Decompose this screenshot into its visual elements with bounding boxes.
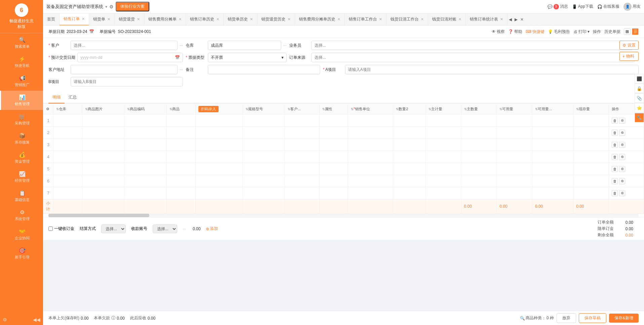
sidebar-item-搜索菜单[interactable]: 🔍搜索菜单 [0, 33, 43, 52]
curr-owing-info-icon[interactable]: ⓘ [111, 315, 115, 321]
form-detail-tab[interactable]: 汇总 [65, 92, 81, 104]
tab-item[interactable]: 销货单历史✕ [224, 13, 257, 26]
invoice-select[interactable]: 不开票 ▾ [208, 53, 287, 62]
tab-item[interactable]: 销售订单工作台✕ [345, 13, 386, 26]
settle-dots-icon[interactable]: ··· [183, 227, 186, 231]
scan-button[interactable]: 扫码录入 [198, 106, 219, 112]
sidebar-item-库存核算[interactable]: 📦库存核算 [0, 129, 43, 148]
calendar-icon[interactable]: 📅 [89, 29, 94, 34]
col-sort-icon[interactable]: ⇅ [428, 107, 431, 111]
tab-close-icon[interactable]: ✕ [137, 17, 140, 22]
tab-close-icon[interactable]: ✕ [82, 17, 85, 21]
salesperson-input[interactable] [311, 41, 633, 50]
tab-close-icon[interactable]: ✕ [500, 17, 503, 22]
sidebar-item-采购管理[interactable]: 🛒采购管理 [0, 110, 43, 129]
sidebar-item-营销推广[interactable]: 📢营销推广 [0, 72, 43, 91]
dropdown-arrow-icon[interactable]: ▾ [105, 4, 107, 9]
history-action[interactable]: 历史单据 [604, 29, 620, 35]
horizontal-scrollbar[interactable] [48, 214, 639, 217]
print-action[interactable]: 🖨 打印 ▾ [573, 29, 590, 35]
sidebar-item-经营管理[interactable]: 📈经营管理 [0, 167, 43, 187]
view-action[interactable]: 👁 视察 [492, 29, 505, 35]
copy-row-button[interactable]: ⊕ [619, 130, 625, 136]
tab-close-icon[interactable]: ✕ [288, 17, 291, 22]
tabs-next-icon[interactable]: ▶ [513, 17, 519, 22]
col-sort-icon[interactable]: ⇅ [535, 107, 538, 111]
tabs-prev-icon[interactable]: ◀ [507, 17, 513, 22]
tabs-close-all-icon[interactable]: ✕ [519, 17, 525, 22]
message-button[interactable]: 💬 9 消息 [547, 4, 568, 9]
tab-close-icon[interactable]: ✕ [250, 17, 253, 22]
scrollbar-thumb[interactable] [48, 214, 149, 217]
delete-row-button[interactable]: 🗑 [612, 130, 618, 136]
right-panel-btn-3[interactable]: 📎 [635, 93, 644, 103]
col-sort-icon[interactable]: ⇅ [288, 107, 290, 111]
sidebar-settings-icon[interactable]: ⚙ [3, 317, 7, 322]
copy-row-button[interactable]: ⊕ [619, 190, 625, 196]
col-sort-icon[interactable]: ⇅ [245, 107, 248, 111]
settle-checkbox-input[interactable] [48, 227, 53, 231]
right-panel-btn-4[interactable]: ⭐ [635, 103, 644, 113]
operate-action[interactable]: 操作 [593, 29, 601, 35]
form-detail-tab[interactable]: 明细 [48, 92, 65, 104]
copy-row-button[interactable]: ⊕ [619, 166, 625, 172]
solution-button[interactable]: 体验行业方案 [116, 2, 149, 11]
customer-input[interactable] [71, 41, 178, 50]
tab-item[interactable]: 钱货日清对账✕ [428, 13, 466, 26]
save-new-button[interactable]: 保存&新增 [609, 314, 639, 323]
warehouse-select[interactable]: 成品库 [208, 41, 281, 50]
sidebar-item-企业协同[interactable]: 🤝企业协同 [0, 225, 43, 244]
tab-close-icon[interactable]: ✕ [379, 17, 382, 22]
settings-icon[interactable]: ⚙ [109, 4, 114, 9]
copy-row-button[interactable]: ⊕ [619, 118, 625, 124]
sidebar-item-基础信息[interactable]: 📋基础信息 [0, 187, 43, 206]
online-service-button[interactable]: 🎧 在线客服 [597, 4, 619, 9]
sidebar-item-新手引导[interactable]: 🎯新手引导 [0, 244, 43, 263]
col-sort-icon[interactable]: ⇅ [499, 107, 502, 111]
sidebar-item-系统管理[interactable]: ⚙系统管理 [0, 206, 43, 225]
sidebar-collapse-icon[interactable]: ◀◀ [33, 317, 40, 322]
shortcut-action[interactable]: ⌨ 快捷键 [526, 29, 544, 35]
delete-row-button[interactable]: 🗑 [612, 190, 618, 196]
tab-close-icon[interactable]: ✕ [421, 17, 424, 22]
notes-input[interactable] [208, 65, 320, 74]
b-project-input[interactable] [71, 77, 183, 86]
sidebar-item-资金管理[interactable]: 💰资金管理 [0, 148, 43, 167]
right-panel-btn-2[interactable]: 🔒 [635, 84, 644, 93]
right-panel-btn-5[interactable]: 🔧 [635, 113, 644, 122]
tab-item[interactable]: 销售订单✕ [60, 13, 89, 26]
warehouse-more-icon[interactable]: ··· [283, 43, 287, 48]
tab-item[interactable]: 销货单✕ [89, 13, 115, 26]
col-sort-icon[interactable]: ⇅ [396, 107, 399, 111]
col-sort-icon[interactable]: ⇅ [127, 107, 130, 111]
help-action[interactable]: ❓ 帮助 [508, 29, 522, 35]
tab-item[interactable]: 销货退货历史✕ [257, 13, 295, 26]
save-draft-button[interactable]: 保存草稿 [579, 313, 606, 323]
settings-button[interactable]: ⚙ 设置 [619, 41, 639, 50]
sidebar-item-快捷导航[interactable]: ⚡快捷导航 [0, 52, 43, 72]
delivery-date-input[interactable]: yyyy-mm-dd 📅 [77, 53, 183, 62]
col-sort-icon[interactable]: ⇅ [169, 107, 172, 111]
tab-item[interactable]: 销售费用分摊单✕ [144, 13, 186, 26]
discard-button[interactable]: 放弃 [557, 313, 576, 323]
col-sort-icon[interactable]: ⇅ [56, 107, 59, 111]
customer-more-icon[interactable]: ··· [180, 43, 183, 48]
list-view-icon[interactable]: ☰ [632, 28, 639, 35]
address-input[interactable] [71, 65, 178, 74]
grid-view-icon[interactable]: ⊞ [624, 28, 631, 35]
tab-item[interactable]: 销售订单统计表✕ [466, 13, 507, 26]
delete-row-button[interactable]: 🗑 [612, 178, 618, 184]
tab-item[interactable]: 销货退货✕ [115, 13, 144, 26]
a-project-input[interactable] [345, 65, 639, 74]
app-download-button[interactable]: 📱 App下载 [572, 4, 593, 9]
copy-row-button[interactable]: ⊕ [619, 178, 625, 184]
col-sort-icon[interactable]: ⇅ [464, 107, 467, 111]
copy-row-button[interactable]: ⊕ [619, 154, 625, 160]
delete-row-button[interactable]: 🗑 [612, 154, 618, 160]
col-sort-icon[interactable]: ⇅ [85, 107, 88, 111]
tab-close-icon[interactable]: ✕ [216, 17, 219, 22]
tab-item[interactable]: 销售订单历史✕ [186, 13, 224, 26]
receipt-account-select[interactable]: 选择... [153, 225, 177, 233]
address-more-icon[interactable]: ··· [180, 67, 183, 72]
col-header-scan[interactable]: 扫码录入 [195, 104, 242, 115]
